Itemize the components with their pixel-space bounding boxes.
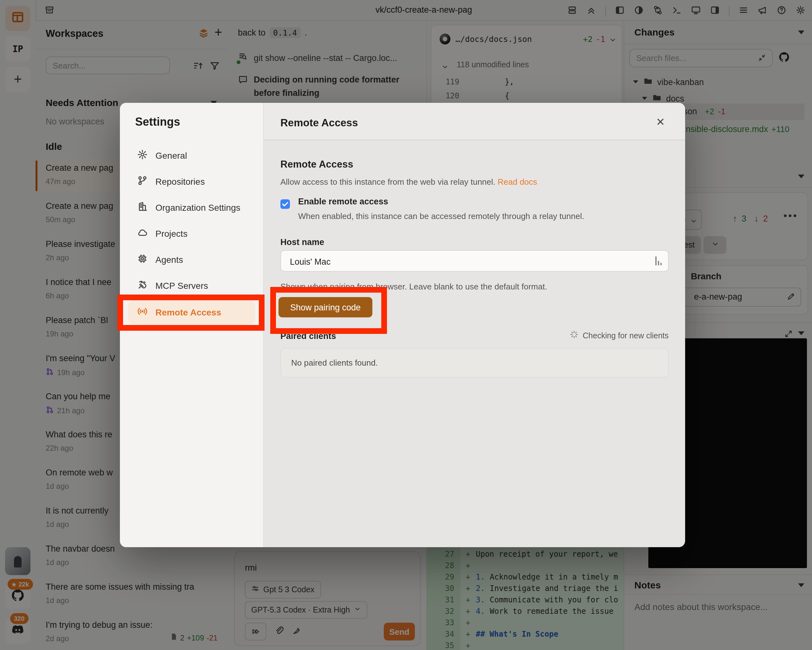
spinner-icon: [569, 330, 578, 341]
host-name-field: [280, 250, 669, 272]
building-icon: [137, 201, 148, 214]
pane-title: Remote Access: [280, 117, 358, 129]
paired-clients-empty-box: No paired clients found.: [280, 348, 669, 378]
nav-item-projects[interactable]: Projects: [128, 222, 255, 246]
annotation-box-pairing-button: [270, 287, 387, 334]
cloud-icon: [137, 227, 148, 240]
settings-title: Settings: [135, 116, 180, 129]
git-branch-icon: [137, 175, 148, 188]
annotation-box-remote-access-nav: [118, 295, 264, 331]
read-docs-link[interactable]: Read docs: [498, 177, 537, 187]
nav-item-general[interactable]: General: [128, 144, 255, 168]
enable-remote-checkbox[interactable]: [280, 199, 290, 209]
remote-access-section-title: Remote Access: [280, 159, 353, 170]
close-button[interactable]: ✕: [656, 116, 665, 129]
enable-remote-label[interactable]: Enable remote access: [298, 197, 388, 206]
checking-clients-status: Checking for new clients: [583, 331, 669, 340]
screenshot: vk/ccf0-create-a-new-pag IP +: [0, 0, 812, 650]
host-name-label: Host name: [280, 237, 324, 247]
gear-icon: [137, 149, 148, 162]
remote-access-description: Allow access to this instance from the w…: [280, 177, 495, 187]
paired-clients-empty-text: No paired clients found.: [291, 358, 378, 367]
host-name-input[interactable]: [288, 251, 646, 272]
cursor-bars-icon: [655, 257, 662, 265]
nav-item-agents[interactable]: Agents: [128, 248, 255, 272]
cpu-chip-icon: [137, 253, 148, 266]
nav-item-organization-settings[interactable]: Organization Settings: [128, 196, 255, 220]
enable-remote-help: When enabled, this instance can be acces…: [298, 211, 584, 221]
plug-icon: [137, 279, 148, 292]
nav-item-mcp-servers[interactable]: MCP Servers: [128, 274, 255, 298]
nav-item-repositories[interactable]: Repositories: [128, 170, 255, 194]
